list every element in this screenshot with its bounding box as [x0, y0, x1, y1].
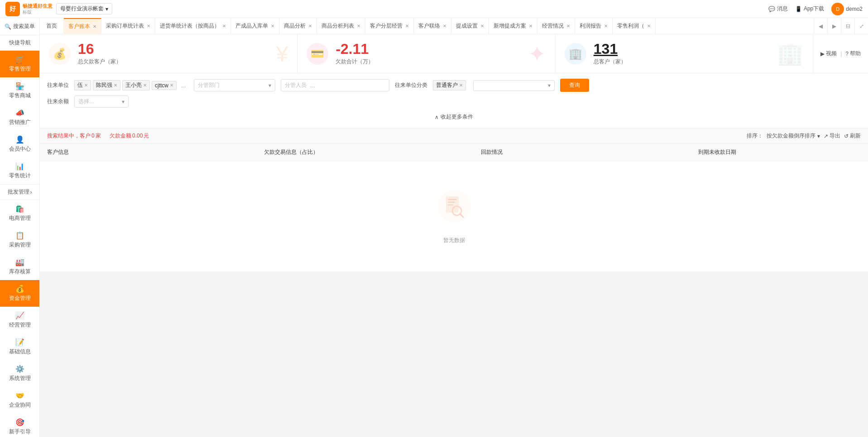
sidebar-item-member-center[interactable]: 👤 会员中心: [0, 131, 39, 157]
tab-purchase-stats[interactable]: 采购订单统计表 ✕: [101, 18, 155, 34]
unit-type-arrow-icon: ▾: [548, 82, 551, 89]
tag-close-chen[interactable]: ✕: [114, 83, 117, 88]
collapse-button[interactable]: ∧ 收起更多条件: [431, 111, 477, 123]
tab-reminder-settings[interactable]: 提成设置 ✕: [451, 18, 489, 34]
sidebar-item-finance[interactable]: 💰 资金管理: [0, 280, 39, 307]
remaining-select[interactable]: 选择... ▾: [74, 95, 129, 108]
tab-incoming-stats[interactable]: 进货单统计表（按商品） ✕: [155, 18, 231, 34]
marketing-icon: 📣: [15, 109, 24, 117]
sidebar-item-retail-mall[interactable]: 🏪 零售商城: [0, 77, 39, 104]
tab-product-storage[interactable]: 产成品入库单 ✕: [231, 18, 279, 34]
sidebar-item-enterprise[interactable]: 🤝 企业协同: [0, 387, 39, 413]
retail-stats-icon: 📊: [15, 162, 24, 171]
sidebar-item-inventory[interactable]: 🏭 库存核算: [0, 253, 39, 280]
quick-nav-button[interactable]: 快捷导航: [0, 35, 39, 51]
tab-profit-report[interactable]: 利润报告 ✕: [575, 18, 613, 34]
stats-actions: ▶ 视频 | ? 帮助: [813, 34, 868, 73]
message-button[interactable]: 💬 消息: [768, 5, 788, 13]
sidebar-item-ecommerce[interactable]: 🛍️ 电商管理: [0, 200, 39, 227]
chevron-right-icon: ›: [30, 189, 32, 195]
tab-customer-capital[interactable]: 客户账本 ✕: [64, 18, 101, 34]
person-select[interactable]: 分管人员 ...: [281, 79, 389, 91]
operation-icon: 📈: [15, 311, 24, 320]
top-bar-left: 好 畅捷通好生意 标版 母婴行业演示帐套 ▾: [5, 2, 112, 16]
refresh-button[interactable]: ↺ 刷新: [844, 132, 861, 140]
tab-close-reminder-settings[interactable]: ✕: [480, 24, 484, 28]
sidebar-item-wholesale[interactable]: 批发管理 ›: [0, 185, 39, 200]
total-customers-label: 总客户（家）: [594, 58, 626, 66]
filter-collapse-row: ∧ 收起更多条件: [47, 111, 861, 123]
export-button[interactable]: ↗ 导出: [824, 132, 840, 140]
tab-prev-button[interactable]: ◀: [814, 18, 827, 34]
sidebar-group-wholesale: 批发管理 ›: [0, 185, 39, 200]
user-profile[interactable]: D demo2: [831, 3, 863, 15]
filter-more-units[interactable]: ...: [178, 81, 188, 90]
logo-icon: 好: [5, 2, 20, 16]
search-menu-button[interactable]: 🔍 搜索菜单: [0, 18, 39, 35]
tab-close-operation-status[interactable]: ✕: [566, 24, 570, 28]
unit-type-select[interactable]: ▾: [473, 80, 555, 91]
content-area: 首页 客户账本 ✕ 采购订单统计表 ✕ 进货单统计表（按商品） ✕ 产成品入库单…: [40, 18, 868, 437]
chevron-down-icon: ▾: [106, 6, 108, 12]
help-button[interactable]: ? 帮助: [845, 50, 861, 57]
tab-close-product-analysis[interactable]: ✕: [308, 24, 312, 28]
tab-close-purchase-stats[interactable]: ✕: [147, 24, 150, 28]
purchase-icon: 📋: [15, 231, 24, 240]
sidebar-item-new-guide[interactable]: 🎯 新手引导: [0, 413, 39, 437]
tab-customer-contact[interactable]: 客户联络 ✕: [414, 18, 451, 34]
tab-close-product-analysis-list[interactable]: ✕: [357, 24, 360, 28]
tab-close-incoming-stats[interactable]: ✕: [222, 24, 226, 28]
filter-tag-wang: 王小亮 ✕: [122, 80, 150, 90]
tab-operation-status[interactable]: 经营情况 ✕: [537, 18, 575, 34]
table-header: 客户信息 欠款交易信息（占比） 回款情况 到期未收款日期: [40, 144, 868, 161]
tab-close-customer-capital[interactable]: ✕: [93, 24, 96, 29]
sidebar-item-marketing[interactable]: 📣 营销推广: [0, 104, 39, 131]
sidebar-item-system[interactable]: ⚙️ 系统管理: [0, 360, 39, 387]
tab-close-retail-profit[interactable]: ✕: [647, 24, 651, 28]
remaining-arrow-icon: ▾: [122, 99, 125, 105]
tag-close-wang[interactable]: ✕: [143, 83, 147, 88]
sidebar-item-retail-mgmt[interactable]: 🛒 零售管理: [0, 51, 39, 77]
tab-close-product-storage[interactable]: ✕: [271, 24, 274, 28]
svg-rect-4: [448, 204, 453, 205]
tab-customer-segment[interactable]: 客户分层经营 ✕: [365, 18, 414, 34]
main-layout: 🔍 搜索菜单 快捷导航 🛒 零售管理 🏪 零售商城 📣 营销推广 👤 会员中心: [0, 18, 868, 437]
dept-select[interactable]: 分管部门 ▾: [194, 79, 275, 91]
sort-select[interactable]: 按欠款金额倒序排序 ▾: [767, 132, 820, 140]
filter-area: 往来单位 伍 ✕ 陈民强 ✕ 王小亮 ✕: [40, 73, 868, 128]
tab-home[interactable]: 首页: [40, 18, 64, 34]
tab-close-profit-report[interactable]: ✕: [604, 24, 608, 28]
overdue-customers-label: 总欠款客户（家）: [78, 58, 121, 66]
tab-new-achievement[interactable]: 新增提成方案 ✕: [489, 18, 537, 34]
sidebar-item-retail-stats[interactable]: 📊 零售统计: [0, 157, 39, 184]
video-help-button[interactable]: ▶ 视频: [820, 50, 837, 57]
tab-menu-button[interactable]: ⊟: [841, 18, 854, 34]
tab-close-customer-contact[interactable]: ✕: [443, 24, 446, 28]
th-repayment: 回款情况: [481, 148, 698, 156]
store-selector[interactable]: 母婴行业演示帐套 ▾: [56, 3, 112, 14]
tab-next-button[interactable]: ▶: [827, 18, 841, 34]
sidebar-item-operation[interactable]: 📈 经营管理: [0, 307, 39, 333]
tab-controls: ◀ ▶ ⊟ ⤢: [814, 18, 868, 34]
video-icon: ▶: [820, 51, 825, 57]
app-icon: 📱: [795, 6, 802, 12]
tag-close-wu[interactable]: ✕: [84, 83, 88, 88]
tab-close-customer-segment[interactable]: ✕: [405, 24, 409, 28]
total-customers-text: 131 总客户（家）: [594, 42, 626, 66]
tag-close-normal[interactable]: ✕: [459, 83, 463, 88]
sidebar-item-purchase[interactable]: 📋 采购管理: [0, 227, 39, 253]
sidebar-item-basic-info[interactable]: 📝 基础信息: [0, 333, 39, 360]
logo-text: 畅捷通好生意 标版: [23, 3, 53, 15]
tab-close-new-achievement[interactable]: ✕: [529, 24, 532, 28]
tab-retail-profit[interactable]: 零售利润（ ✕: [613, 18, 656, 34]
tab-product-analysis-list[interactable]: 商品分析列表 ✕: [317, 18, 365, 34]
tag-close-cj[interactable]: ✕: [170, 83, 173, 88]
filter-row-2: 往来余额 选择... ▾: [47, 95, 861, 108]
fullscreen-button[interactable]: ⤢: [854, 18, 868, 34]
tab-product-analysis[interactable]: 商品分析 ✕: [279, 18, 317, 34]
app-download-button[interactable]: 📱 App下载: [795, 5, 824, 13]
search-icon: 🔍: [5, 24, 11, 30]
unit-tags: 伍 ✕ 陈民强 ✕ 王小亮 ✕ cjttcw ✕: [74, 80, 188, 90]
tab-bar: 首页 客户账本 ✕ 采购订单统计表 ✕ 进货单统计表（按商品） ✕ 产成品入库单…: [40, 18, 868, 34]
search-button[interactable]: 查询: [560, 79, 589, 92]
